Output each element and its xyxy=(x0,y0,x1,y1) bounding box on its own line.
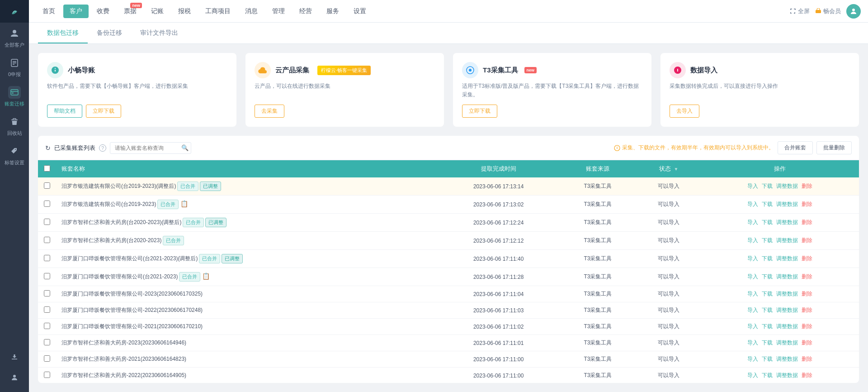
row-checkbox[interactable] xyxy=(44,255,50,261)
action-导入[interactable]: 导入 xyxy=(747,255,758,262)
select-all-checkbox[interactable] xyxy=(44,165,50,172)
row-source: T3采集工具 xyxy=(559,286,637,302)
nav-biz-project[interactable]: 工商项目 xyxy=(199,5,237,18)
go-import-btn[interactable]: 去导入 xyxy=(670,105,699,118)
action-下载[interactable]: 下载 xyxy=(762,291,773,297)
action-导入[interactable]: 导入 xyxy=(747,323,758,330)
nav-operations[interactable]: 经营 xyxy=(293,5,318,18)
row-checkbox[interactable] xyxy=(44,219,50,225)
nav-management[interactable]: 管理 xyxy=(266,5,291,18)
action-删除[interactable]: 删除 xyxy=(802,307,812,313)
action-下载[interactable]: 下载 xyxy=(762,273,773,280)
row-checkbox[interactable] xyxy=(44,306,50,313)
action-导入[interactable]: 导入 xyxy=(747,219,758,225)
action-调整数据[interactable]: 调整数据 xyxy=(776,339,798,346)
action-删除[interactable]: 删除 xyxy=(802,183,812,189)
nav-client[interactable]: 客户 xyxy=(63,5,89,18)
nav-settings[interactable]: 设置 xyxy=(347,5,373,18)
fullscreen-btn[interactable]: 全屏 xyxy=(790,7,810,15)
action-删除[interactable]: 删除 xyxy=(802,201,812,207)
action-下载[interactable]: 下载 xyxy=(762,323,773,330)
action-下载[interactable]: 下载 xyxy=(762,356,773,362)
nav-message[interactable]: 消息 xyxy=(239,5,264,18)
sidebar-item-download[interactable] xyxy=(0,346,29,367)
action-删除[interactable]: 删除 xyxy=(802,339,812,346)
action-导入[interactable]: 导入 xyxy=(747,372,758,378)
nav-invoice[interactable]: 票据 new xyxy=(118,5,143,18)
merge-accounts-btn[interactable]: 合并账套 xyxy=(778,141,813,154)
search-submit-icon[interactable]: 🔍 xyxy=(181,144,189,151)
action-调整数据[interactable]: 调整数据 xyxy=(776,356,798,362)
action-调整数据[interactable]: 调整数据 xyxy=(776,291,798,297)
sidebar-item-account-transfer[interactable]: 账套迁移 xyxy=(0,81,29,111)
sidebar-item-user-bottom[interactable] xyxy=(0,367,29,387)
action-下载[interactable]: 下载 xyxy=(762,372,773,378)
action-下载[interactable]: 下载 xyxy=(762,307,773,313)
nav-billing[interactable]: 收费 xyxy=(90,5,116,18)
tab-data-migration[interactable]: 数据包迁移 xyxy=(38,23,88,43)
t3-download-btn[interactable]: 立即下载 xyxy=(462,105,497,118)
action-调整数据[interactable]: 调整数据 xyxy=(776,255,798,262)
nav-bookkeeping[interactable]: 记账 xyxy=(145,5,170,18)
action-下载[interactable]: 下载 xyxy=(762,339,773,346)
batch-delete-btn[interactable]: 批量删除 xyxy=(816,141,852,154)
action-导入[interactable]: 导入 xyxy=(747,201,758,207)
action-调整数据[interactable]: 调整数据 xyxy=(776,183,798,189)
action-导入[interactable]: 导入 xyxy=(747,273,758,280)
download-now-btn[interactable]: 立即下载 xyxy=(86,105,121,118)
member-btn[interactable]: 畅会员 xyxy=(815,7,841,15)
action-导入[interactable]: 导入 xyxy=(747,307,758,313)
nav-home[interactable]: 首页 xyxy=(36,5,61,18)
action-导入[interactable]: 导入 xyxy=(747,237,758,244)
action-导入[interactable]: 导入 xyxy=(747,291,758,297)
row-checkbox[interactable] xyxy=(44,355,50,362)
row-checkbox[interactable] xyxy=(44,290,50,296)
action-删除[interactable]: 删除 xyxy=(802,219,812,225)
action-调整数据[interactable]: 调整数据 xyxy=(776,237,798,244)
tab-backup-migration[interactable]: 备份迁移 xyxy=(88,23,131,43)
action-调整数据[interactable]: 调整数据 xyxy=(776,307,798,313)
sidebar-item-tag-settings[interactable]: 标签设置 xyxy=(0,140,29,170)
go-collect-btn[interactable]: 去采集 xyxy=(255,105,284,118)
row-checkbox[interactable] xyxy=(44,182,50,189)
action-删除[interactable]: 删除 xyxy=(802,291,812,297)
action-删除[interactable]: 删除 xyxy=(802,255,812,262)
help-doc-btn[interactable]: 帮助文档 xyxy=(47,105,82,118)
action-下载[interactable]: 下载 xyxy=(762,201,773,207)
row-checkbox[interactable] xyxy=(44,372,50,378)
action-删除[interactable]: 删除 xyxy=(802,356,812,362)
row-checkbox-cell xyxy=(38,302,56,319)
action-删除[interactable]: 删除 xyxy=(802,372,812,378)
action-调整数据[interactable]: 调整数据 xyxy=(776,273,798,280)
action-导入[interactable]: 导入 xyxy=(747,183,758,189)
action-下载[interactable]: 下载 xyxy=(762,219,773,225)
action-调整数据[interactable]: 调整数据 xyxy=(776,372,798,378)
action-调整数据[interactable]: 调整数据 xyxy=(776,219,798,225)
tab-audit-export[interactable]: 审计文件导出 xyxy=(131,23,187,43)
sidebar-item-recycle-bin[interactable]: 回收站 xyxy=(0,111,29,140)
action-导入[interactable]: 导入 xyxy=(747,356,758,362)
sidebar-item-zero-report[interactable]: 0申报 xyxy=(0,52,29,81)
nav-service[interactable]: 服务 xyxy=(320,5,345,18)
row-checkbox[interactable] xyxy=(44,237,50,243)
user-avatar[interactable] xyxy=(846,4,861,19)
list-search-input[interactable] xyxy=(110,142,191,154)
row-checkbox[interactable] xyxy=(44,273,50,279)
action-删除[interactable]: 删除 xyxy=(802,273,812,280)
row-checkbox[interactable] xyxy=(44,201,50,207)
action-导入[interactable]: 导入 xyxy=(747,339,758,346)
sidebar-item-all-clients[interactable]: 全部客户 xyxy=(0,23,29,52)
refresh-icon[interactable]: ↻ xyxy=(45,144,51,152)
status-sort-icon[interactable]: ▼ xyxy=(674,167,679,172)
action-下载[interactable]: 下载 xyxy=(762,183,773,189)
help-icon[interactable]: ? xyxy=(99,144,106,152)
action-下载[interactable]: 下载 xyxy=(762,237,773,244)
action-删除[interactable]: 删除 xyxy=(802,323,812,330)
row-checkbox[interactable] xyxy=(44,339,50,345)
action-删除[interactable]: 删除 xyxy=(802,237,812,244)
action-下载[interactable]: 下载 xyxy=(762,255,773,262)
action-调整数据[interactable]: 调整数据 xyxy=(776,201,798,207)
nav-tax[interactable]: 报税 xyxy=(172,5,197,18)
row-checkbox[interactable] xyxy=(44,323,50,329)
action-调整数据[interactable]: 调整数据 xyxy=(776,323,798,330)
